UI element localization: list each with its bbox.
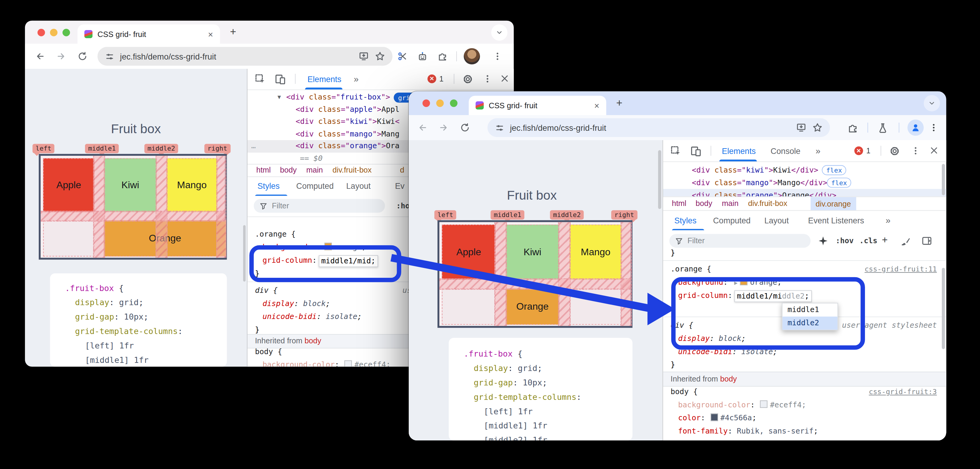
tab-event-listeners[interactable]: Event Listeners bbox=[808, 216, 864, 225]
minimize-window-button[interactable] bbox=[50, 29, 57, 37]
gutter-dots[interactable]: … bbox=[251, 140, 256, 152]
disclosure-triangle-icon[interactable]: ▼ bbox=[277, 91, 281, 104]
tab-close-icon[interactable]: × bbox=[208, 30, 213, 38]
inherited-node-link[interactable]: body bbox=[720, 375, 737, 383]
settings-gear-icon[interactable] bbox=[889, 146, 900, 156]
rule-body-font-size[interactable]: font-size: 18px; bbox=[663, 438, 947, 440]
zoom-window-button[interactable] bbox=[450, 99, 457, 107]
page-scrollbar[interactable] bbox=[658, 150, 661, 209]
flex-badge[interactable]: flex bbox=[827, 178, 851, 188]
omnibox[interactable]: jec.fish/demo/css-grid-fruit bbox=[487, 118, 830, 137]
styles-scrollbar[interactable] bbox=[942, 268, 945, 349]
devtools-close-icon[interactable] bbox=[929, 146, 939, 155]
avatar[interactable] bbox=[464, 48, 480, 64]
close-window-button[interactable] bbox=[38, 29, 45, 37]
inspect-icon[interactable] bbox=[671, 146, 681, 156]
site-info-icon[interactable] bbox=[105, 52, 115, 61]
page-scrollbar[interactable] bbox=[243, 225, 245, 281]
devtools-menu-dots-icon[interactable] bbox=[911, 146, 921, 156]
rule-body-selector[interactable]: body { css-grid-fruit:3 bbox=[663, 385, 947, 399]
more-panels-icon[interactable]: » bbox=[816, 146, 821, 156]
tab-elements[interactable]: Elements bbox=[722, 147, 756, 156]
new-tab-button[interactable]: + bbox=[230, 26, 236, 38]
tab-styles[interactable]: Styles bbox=[258, 181, 280, 191]
device-toolbar-icon[interactable] bbox=[275, 74, 286, 85]
cls-chip[interactable]: .cls bbox=[859, 237, 877, 245]
breadcrumb-main[interactable]: main bbox=[722, 199, 738, 208]
reload-icon[interactable] bbox=[78, 51, 88, 61]
dom-node-mango[interactable]: <div class="mango">Mango</div> flex bbox=[663, 177, 947, 189]
install-icon[interactable] bbox=[796, 123, 806, 132]
tree-scrollbar[interactable] bbox=[942, 164, 945, 195]
new-rule-plus[interactable]: + bbox=[882, 234, 888, 246]
omnibox[interactable]: jec.fish/demo/css-grid-fruit bbox=[98, 47, 393, 65]
reload-icon[interactable] bbox=[460, 123, 470, 132]
profile-avatar[interactable] bbox=[907, 120, 924, 136]
breadcrumb-main[interactable]: main bbox=[306, 166, 323, 174]
more-panels-icon[interactable]: » bbox=[354, 74, 359, 84]
install-icon[interactable] bbox=[359, 51, 369, 61]
close-window-button[interactable] bbox=[423, 99, 430, 107]
rendering-brush-icon[interactable] bbox=[901, 236, 911, 246]
extensions-puzzle-icon[interactable] bbox=[848, 123, 858, 133]
ai-sparkle-icon[interactable] bbox=[818, 236, 828, 246]
browser-tab[interactable]: CSS grid- fruit × bbox=[78, 24, 220, 44]
tab-search-chevron-icon[interactable] bbox=[924, 95, 940, 111]
flex-badge[interactable]: flex bbox=[822, 165, 846, 175]
tab-close-icon[interactable]: × bbox=[594, 101, 600, 110]
dom-node-kiwi[interactable]: <div class="kiwi">Kiwi</div> flex bbox=[663, 164, 947, 177]
console-error-badge[interactable]: ✕ 1 bbox=[854, 147, 870, 155]
url-text[interactable]: jec.fish/demo/css-grid-fruit bbox=[510, 123, 796, 132]
filter-input[interactable]: Filter bbox=[254, 199, 385, 213]
hov-chip[interactable]: :hov bbox=[835, 237, 854, 245]
url-text[interactable]: jec.fish/demo/css-grid-fruit bbox=[120, 52, 359, 61]
forward-nav-icon[interactable] bbox=[439, 123, 449, 132]
tab-elements[interactable]: Elements bbox=[307, 75, 342, 84]
bookmark-star-icon[interactable] bbox=[812, 123, 822, 132]
source-link[interactable]: css-grid-fruit:11 bbox=[865, 263, 937, 276]
rule-body-background-color[interactable]: background-color: #eceff4; bbox=[663, 399, 947, 412]
minimize-window-button[interactable] bbox=[436, 99, 444, 107]
dom-node-orange-selected-clipped[interactable]: <div class="orange">Orange</div> bbox=[663, 189, 947, 196]
scissors-extension-icon[interactable] bbox=[397, 51, 407, 61]
menu-dots-icon[interactable] bbox=[929, 123, 939, 132]
tab-layout[interactable]: Layout bbox=[346, 181, 371, 191]
tab-search-chevron-icon[interactable] bbox=[492, 24, 508, 41]
breadcrumb-body[interactable]: body bbox=[695, 199, 713, 208]
inherited-node-link[interactable]: body bbox=[305, 337, 321, 345]
rule-orange-selector[interactable]: .orange { css-grid-fruit:11 bbox=[663, 263, 947, 276]
browser-tab[interactable]: CSS grid- fruit × bbox=[469, 96, 606, 115]
breadcrumb-fruit-box[interactable]: div.fruit-box bbox=[332, 166, 372, 174]
breadcrumb-body[interactable]: body bbox=[280, 166, 297, 174]
source-link[interactable]: css-grid-fruit:3 bbox=[869, 385, 937, 399]
devtools-menu-dots-icon[interactable] bbox=[482, 74, 492, 84]
forward-nav-icon[interactable] bbox=[56, 51, 66, 61]
breadcrumb-html[interactable]: html bbox=[672, 199, 686, 208]
back-nav-icon[interactable] bbox=[417, 123, 427, 132]
more-panels-icon[interactable]: » bbox=[886, 215, 891, 225]
tab-layout[interactable]: Layout bbox=[764, 216, 789, 225]
rule-body-font-family[interactable]: font-family: Rubik, sans-serif; bbox=[663, 425, 947, 438]
extensions-puzzle-icon[interactable] bbox=[438, 51, 447, 61]
labs-flask-icon[interactable] bbox=[878, 123, 888, 133]
filter-input[interactable]: Filter bbox=[670, 234, 811, 248]
breadcrumb-fruit-box[interactable]: div.fruit-box bbox=[748, 199, 787, 208]
device-toolbar-icon[interactable] bbox=[690, 146, 701, 156]
new-tab-button[interactable]: + bbox=[616, 97, 623, 110]
tab-computed[interactable]: Computed bbox=[296, 181, 334, 191]
inspect-icon[interactable] bbox=[255, 74, 266, 85]
rule-body-color[interactable]: color: #4c566a; bbox=[663, 412, 947, 425]
devtools-close-icon[interactable] bbox=[500, 74, 509, 83]
settings-gear-icon[interactable] bbox=[463, 74, 473, 85]
bookmark-star-icon[interactable] bbox=[375, 51, 385, 61]
zoom-window-button[interactable] bbox=[62, 29, 70, 37]
toggle-sidebar-icon[interactable] bbox=[922, 236, 932, 246]
tab-computed[interactable]: Computed bbox=[713, 216, 751, 225]
tab-console[interactable]: Console bbox=[771, 147, 800, 156]
back-nav-icon[interactable] bbox=[35, 51, 45, 61]
breadcrumb-html[interactable]: html bbox=[256, 166, 270, 174]
breadcrumb-orange-clipped[interactable]: d bbox=[400, 166, 404, 174]
robot-extension-icon[interactable] bbox=[417, 51, 427, 61]
tab-styles[interactable]: Styles bbox=[674, 216, 697, 225]
breadcrumb-orange-selected[interactable]: div.orange bbox=[811, 197, 856, 211]
